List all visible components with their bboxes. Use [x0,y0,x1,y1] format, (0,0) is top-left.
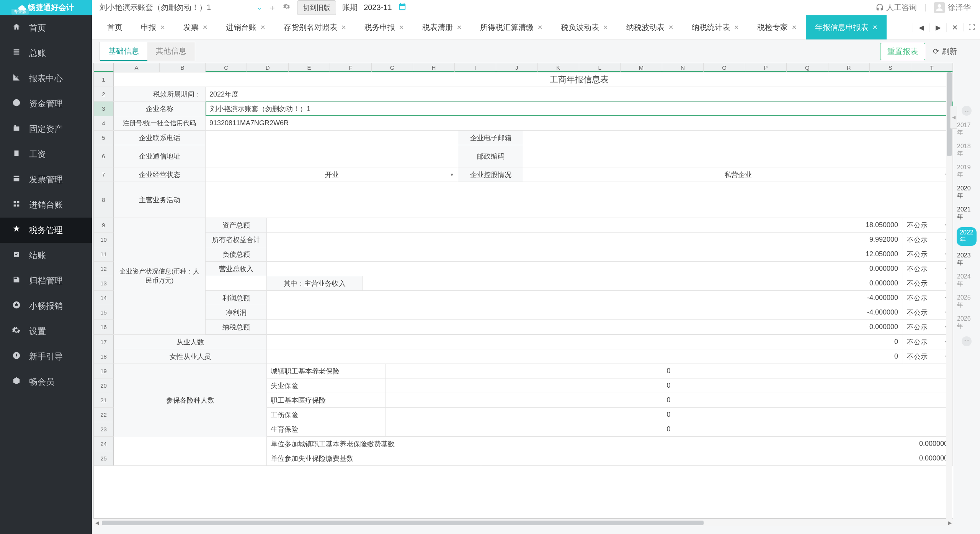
year-down[interactable]: ﹀ [962,336,972,346]
fin-pub-select[interactable]: 不公示▼ [903,305,953,319]
tab-6[interactable]: 税表清册✕ [413,15,471,39]
sidebar-item-5[interactable]: 工资 [0,142,92,167]
fullscreen-icon[interactable]: ⛶ [963,23,980,31]
year-2022年[interactable]: 2022年 [957,227,977,246]
tab-11[interactable]: 税检专家✕ [748,15,806,39]
close-icon[interactable]: ✕ [603,24,608,31]
biz-value[interactable] [206,182,953,218]
year-up[interactable]: ︿ [962,106,972,116]
close-icon[interactable]: ✕ [537,24,542,31]
year-2020年[interactable]: 2020年 [957,185,976,200]
col-header-I[interactable]: I [455,63,496,72]
col-header-S[interactable]: S [870,63,911,72]
fin-pub-select[interactable]: 不公示▼ [903,262,953,276]
spreadsheet[interactable]: ABCDEFGHIJKLMNOPQRST 1 工商年报信息表 2 税款所属期间：… [93,63,953,519]
user-menu[interactable]: 徐泽华 [934,2,971,13]
col-header-T[interactable]: T [911,63,952,72]
col-header-P[interactable]: P [745,63,787,72]
close-icon[interactable]: ✕ [203,24,207,31]
col-header-G[interactable]: G [372,63,413,72]
sidebar-item-14[interactable]: 畅会员 [0,369,92,395]
fin-value[interactable]: 12.050000 [267,247,903,261]
tab-3[interactable]: 进销台账✕ [217,15,274,39]
close-icon[interactable]: ✕ [341,24,346,31]
brand-logo[interactable]: 畅捷通好会计 专业版 [0,0,92,15]
fin-value[interactable]: 0.000000 [267,262,903,276]
sidebar-item-8[interactable]: 税务管理 [0,218,92,243]
sidebar-item-7[interactable]: 进销台账 [0,192,92,218]
vertical-scrollbar[interactable] [946,72,952,519]
scroll-left-icon[interactable]: ◀ [93,520,100,526]
fin-pub-select[interactable]: 不公示▼ [903,218,953,232]
tab-close-all[interactable]: ✕ [946,23,963,32]
year-2023年[interactable]: 2023年 [957,252,976,267]
base-value[interactable]: 0.000000 [481,451,953,465]
col-header-A[interactable]: A [114,63,160,72]
period-value-cell[interactable]: 2022年度 [206,87,953,101]
year-2018年[interactable]: 2018年 [957,143,976,158]
account-selector[interactable]: 刘小艳演示账套（勿删勿动！）1 ⌄ [100,2,262,13]
col-header-R[interactable]: R [828,63,870,72]
holding-select[interactable]: 私营企业▼ [523,167,953,182]
year-2026年[interactable]: 2026年 [957,315,976,330]
subtab-basic[interactable]: 基础信息 [100,42,147,61]
sidebar-item-4[interactable]: 固定资产 [0,116,92,142]
tab-next[interactable]: ▶ [929,23,946,32]
close-icon[interactable]: ✕ [872,24,877,31]
period-value[interactable]: 2023-11 [364,3,392,12]
col-header-M[interactable]: M [621,63,662,72]
year-2024年[interactable]: 2024年 [957,273,976,288]
tab-prev[interactable]: ◀ [913,23,929,32]
emp-value[interactable]: 0 [267,335,903,349]
reg-code-value[interactable]: 91320811MA7NGR2W6R [206,116,953,130]
close-icon[interactable]: ✕ [457,24,462,31]
sidebar-item-9[interactable]: 结账 [0,243,92,268]
col-header-Q[interactable]: Q [787,63,828,72]
sidebar-item-12[interactable]: 设置 [0,319,92,344]
gear-icon[interactable] [283,2,291,13]
fin-pub-select[interactable]: 不公示▼ [903,233,953,247]
col-header-D[interactable]: D [247,63,288,72]
add-icon[interactable]: ＋ [268,2,276,13]
col-header-E[interactable]: E [289,63,330,72]
calendar-icon[interactable] [398,2,407,13]
insure-value[interactable]: 0 [385,364,953,378]
tab-7[interactable]: 所得税汇算清缴✕ [471,15,552,39]
col-header-H[interactable]: H [413,63,454,72]
email-value[interactable] [523,131,953,145]
insure-value[interactable]: 0 [385,378,953,393]
col-header-O[interactable]: O [704,63,745,72]
col-header-F[interactable]: F [330,63,371,72]
fin-pub-select[interactable]: 不公示▼ [903,291,953,305]
sidebar-item-3[interactable]: 资金管理 [0,91,92,116]
sidebar-item-2[interactable]: 报表中心 [0,66,92,91]
phone-value[interactable] [206,131,458,145]
tab-5[interactable]: 税务申报✕ [355,15,413,39]
horizontal-scrollbar[interactable]: ◀ ▶ [93,519,953,526]
close-icon[interactable]: ✕ [260,24,265,31]
year-2019年[interactable]: 2019年 [957,164,976,179]
col-header-K[interactable]: K [538,63,579,72]
emp-pub-select[interactable]: 不公示▼ [903,335,953,349]
base-value[interactable]: 0.000000 [481,437,953,451]
addr-value[interactable] [206,145,458,167]
fin-pub-select[interactable]: 不公示▼ [903,320,953,334]
female-pub-select[interactable]: 不公示▼ [903,349,953,364]
company-value[interactable]: 刘小艳演示账套（勿删勿动！）1 [206,102,953,116]
close-icon[interactable]: ✕ [160,24,165,31]
tab-12[interactable]: 年报信息申报表✕ [806,15,887,39]
fin-value[interactable]: 0.000000 [267,320,903,334]
support-link[interactable]: 人工咨询 [875,2,917,13]
close-icon[interactable]: ✕ [792,24,797,31]
insure-value[interactable]: 0 [385,408,953,422]
year-2025年[interactable]: 2025年 [957,294,976,309]
status-select[interactable]: 开业▼ [206,167,458,182]
year-2021年[interactable]: 2021年 [957,206,976,221]
fin-pub-select[interactable]: 不公示▼ [903,276,953,290]
reset-report-button[interactable]: 重置报表 [880,43,925,60]
col-header-J[interactable]: J [496,63,537,72]
female-value[interactable]: 0 [267,349,903,364]
tab-2[interactable]: 发票✕ [174,15,217,39]
rail-collapse[interactable]: ◀ [950,106,957,129]
subtab-other[interactable]: 其他信息 [147,42,195,61]
